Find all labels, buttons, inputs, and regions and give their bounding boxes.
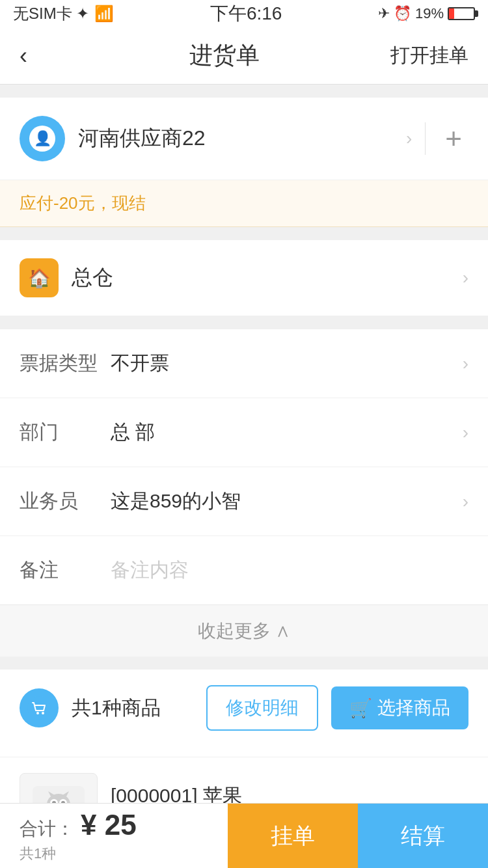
section-gap-1 [0, 85, 488, 98]
department-label: 部门 [20, 419, 111, 446]
open-hang-button[interactable]: 打开挂单 [390, 42, 468, 69]
remarks-label: 备注 [20, 557, 111, 584]
status-bar: 无SIM卡 ✦ 📶 下午6:16 ✈ ⏰ 19% [0, 0, 488, 27]
status-time: 下午6:16 [210, 1, 282, 26]
salesperson-value: 这是859的小智 [111, 488, 463, 515]
status-left: 无SIM卡 ✦ 📶 [13, 3, 114, 24]
section-gap-4 [0, 657, 488, 670]
invoice-type-value: 不开票 [111, 350, 463, 377]
warehouse-icon: 🏠 [20, 258, 59, 297]
battery-icon [448, 7, 475, 20]
salesperson-chevron: › [463, 491, 468, 512]
avatar-icon: 👤 [29, 126, 55, 152]
warehouse-row[interactable]: 🏠 总仓 › [0, 240, 488, 316]
battery-percent: 19% [415, 5, 444, 22]
supplier-row[interactable]: 👤 河南供应商22 › + [0, 98, 488, 180]
form-section: 票据类型 不开票 › 部门 总 部 › 业务员 这是859的小智 › 备注 备注… [0, 329, 488, 657]
supplier-section: 👤 河南供应商22 › + 应付-20元，现结 [0, 98, 488, 227]
supplier-name: 河南供应商22 [78, 124, 406, 153]
total-label: 合计： [20, 817, 74, 841]
supplier-chevron: › [406, 128, 412, 149]
select-product-label: 选择商品 [377, 696, 450, 720]
products-count: 共1种商品 [72, 695, 193, 722]
total-amount: ¥ 25 [81, 809, 137, 841]
add-supplier-button[interactable]: + [439, 122, 468, 155]
warehouse-chevron: › [463, 267, 468, 288]
warehouse-name: 总仓 [72, 264, 463, 292]
bottom-bar: 合计： ¥ 25 共1种 挂单 结算 [0, 803, 488, 868]
warehouse-emoji: 🏠 [28, 267, 51, 289]
remarks-placeholder: 备注内容 [111, 557, 468, 584]
invoice-type-row[interactable]: 票据类型 不开票 › [0, 329, 488, 398]
select-product-button[interactable]: 🛒 选择商品 [331, 686, 468, 729]
carrier-text: 无SIM卡 ✦ [13, 3, 89, 24]
products-header: 共1种商品 修改明细 🛒 选择商品 [0, 670, 488, 746]
page-title: 进货单 [189, 40, 260, 72]
total-main: 合计： ¥ 25 [20, 809, 208, 841]
location-icon: ✈ [378, 5, 390, 22]
svg-point-1 [36, 712, 39, 714]
back-button[interactable]: ‹ [20, 42, 59, 70]
svg-point-2 [42, 712, 44, 714]
department-chevron: › [463, 422, 468, 443]
department-value: 总 部 [111, 419, 463, 446]
hang-button[interactable]: 挂单 [228, 804, 358, 869]
total-section: 合计： ¥ 25 共1种 [0, 809, 228, 863]
supplier-alert: 应付-20元，现结 [0, 180, 488, 227]
status-right: ✈ ⏰ 19% [378, 5, 475, 22]
section-gap-2 [0, 227, 488, 240]
section-gap-3 [0, 316, 488, 329]
invoice-chevron: › [463, 353, 468, 374]
remarks-row[interactable]: 备注 备注内容 [0, 536, 488, 604]
salesperson-row[interactable]: 业务员 这是859的小智 › [0, 467, 488, 536]
cart-icon-label: 🛒 [349, 698, 372, 719]
checkout-button[interactable]: 结算 [358, 804, 488, 869]
total-sub: 共1种 [20, 844, 208, 863]
alarm-icon: ⏰ [394, 5, 411, 22]
edit-detail-button[interactable]: 修改明细 [206, 685, 318, 731]
invoice-type-label: 票据类型 [20, 350, 111, 377]
divider-vertical [425, 122, 426, 155]
department-row[interactable]: 部门 总 部 › [0, 398, 488, 467]
supplier-avatar: 👤 [20, 116, 65, 161]
svg-rect-0 [27, 696, 51, 720]
salesperson-label: 业务员 [20, 488, 111, 515]
wifi-icon: 📶 [94, 5, 114, 23]
collapse-bar[interactable]: 收起更多 ∧ [0, 604, 488, 657]
warehouse-section: 🏠 总仓 › [0, 240, 488, 316]
products-cart-icon [20, 688, 59, 727]
nav-bar: ‹ 进货单 打开挂单 [0, 27, 488, 85]
battery-fill [449, 8, 454, 19]
